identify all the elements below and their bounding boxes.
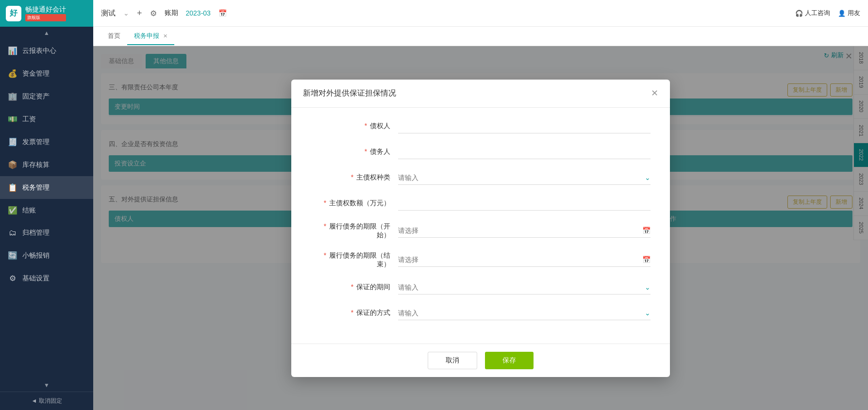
- cloud-reports-icon: 📊: [8, 46, 17, 55]
- company-dropdown-arrow[interactable]: ⌄: [123, 9, 129, 17]
- unpin-sidebar-button[interactable]: ◄ 取消固定: [0, 392, 93, 410]
- content-body: 基础信息 其他信息 三、有限责任公司本年度 复制上年度 新增 变更时间 操作: [93, 46, 868, 410]
- fixed-assets-icon: 🏢: [8, 92, 17, 101]
- creditor-required-mark: *: [365, 122, 367, 130]
- debtor-required-mark: *: [365, 148, 367, 155]
- period-start-required-mark: *: [324, 222, 326, 230]
- guarantee-method-label: * 保证的方式: [311, 309, 398, 317]
- sidebar-item-label: 小畅报销: [22, 251, 50, 260]
- user-button[interactable]: 👤 用友: [838, 9, 860, 17]
- cancel-button[interactable]: 取消: [428, 352, 477, 369]
- guarantee-period-label: * 保证的期间: [311, 283, 398, 292]
- sidebar-item-invoice[interactable]: 🧾 发票管理: [0, 131, 93, 153]
- app-name: 畅捷通好会计: [25, 5, 66, 14]
- settings-icon: ⚙: [8, 274, 17, 283]
- sidebar-item-settings[interactable]: ⚙ 基础设置: [0, 267, 93, 290]
- sidebar-item-salary[interactable]: 💵 工资: [0, 108, 93, 131]
- claim-type-select[interactable]: ⌄: [398, 171, 651, 185]
- sidebar-item-archive[interactable]: 🗂 归档管理: [0, 222, 93, 244]
- finance-icon: 💰: [8, 69, 17, 78]
- sidebar-item-label: 基础设置: [22, 274, 50, 283]
- sidebar-item-label: 资金管理: [22, 69, 50, 78]
- add-button[interactable]: +: [137, 8, 142, 18]
- support-label: 人工咨询: [805, 9, 830, 17]
- form-row-guarantee-method: * 保证的方式 ⌄: [311, 306, 651, 320]
- modal-header: 新增对外提供保证担保情况 ✕: [291, 80, 670, 108]
- claim-amount-input[interactable]: [398, 197, 651, 211]
- tab-home-label: 首页: [108, 32, 120, 39]
- sidebar-item-expense[interactable]: 🔄 小畅报销: [0, 244, 93, 267]
- app-name-block: 畅捷通好会计 旗舰版: [25, 5, 66, 22]
- period-start-input[interactable]: [398, 227, 642, 234]
- guarantee-method-arrow-icon: ⌄: [645, 309, 651, 317]
- period-value: 2023-03: [186, 9, 211, 17]
- sidebar-header: 好 畅捷通好会计 旗舰版: [0, 0, 93, 27]
- salary-icon: 💵: [8, 115, 17, 124]
- creditor-input[interactable]: [398, 119, 651, 133]
- user-icon: 👤: [838, 10, 846, 17]
- sidebar-item-label: 发票管理: [22, 138, 50, 147]
- claim-type-input[interactable]: [398, 174, 645, 181]
- sidebar-item-closing[interactable]: ✅ 结账: [0, 199, 93, 222]
- sidebar-item-label: 固定资产: [22, 92, 50, 101]
- closing-icon: ✅: [8, 206, 17, 215]
- guarantee-method-select[interactable]: ⌄: [398, 306, 651, 320]
- form-row-creditor: * 债权人: [311, 119, 651, 133]
- creditor-label: * 债权人: [311, 122, 398, 131]
- period-start-date[interactable]: 📅: [398, 224, 651, 238]
- save-button[interactable]: 保存: [485, 352, 534, 369]
- sidebar-item-label: 工资: [22, 115, 36, 124]
- period-end-date[interactable]: 📅: [398, 253, 651, 267]
- topbar: 测试 ⌄ + ⚙ 账期 2023-03 📅 🎧 人工咨询 👤 用友: [93, 0, 868, 27]
- form-row-period-end: * 履行债务的期限（结束） 📅: [311, 251, 651, 269]
- gear-button[interactable]: ⚙: [150, 9, 157, 18]
- debtor-input[interactable]: [398, 145, 651, 159]
- period-end-label: * 履行债务的期限（结束）: [311, 251, 398, 269]
- modal-add-guarantee: 新增对外提供保证担保情况 ✕ * 债权人: [291, 80, 670, 377]
- app-edition: 旗舰版: [25, 14, 66, 21]
- period-end-input[interactable]: [398, 256, 642, 263]
- headset-icon: 🎧: [795, 10, 803, 17]
- sidebar: 好 畅捷通好会计 旗舰版 ▲ 📊 云报表中心 💰 资金管理 🏢 固定资产 💵: [0, 0, 93, 410]
- sidebar-item-label: 结账: [22, 206, 36, 215]
- sidebar-item-inventory[interactable]: 📦 库存核算: [0, 153, 93, 176]
- modal-overlay: 新增对外提供保证担保情况 ✕ * 债权人: [93, 46, 868, 410]
- sidebar-scroll-up[interactable]: ▲: [0, 27, 93, 39]
- guarantee-period-required-mark: *: [351, 283, 353, 291]
- sidebar-item-finance[interactable]: 💰 资金管理: [0, 62, 93, 85]
- period-start-label: * 履行债务的期限（开始）: [311, 222, 398, 240]
- archive-icon: 🗂: [8, 229, 17, 237]
- period-end-required-mark: *: [324, 251, 326, 259]
- guarantee-period-select[interactable]: ⌄: [398, 280, 651, 295]
- period-end-calendar-icon: 📅: [642, 256, 651, 263]
- modal-close-button[interactable]: ✕: [651, 89, 658, 98]
- support-button[interactable]: 🎧 人工咨询: [795, 9, 830, 17]
- sidebar-item-label: 云报表中心: [22, 47, 56, 55]
- invoice-icon: 🧾: [8, 137, 17, 147]
- period-start-calendar-icon: 📅: [642, 227, 651, 234]
- guarantee-method-input[interactable]: [398, 309, 645, 317]
- sidebar-item-fixed-assets[interactable]: 🏢 固定资产: [0, 85, 93, 108]
- modal-title: 新增对外提供保证担保情况: [303, 88, 396, 98]
- guarantee-period-arrow-icon: ⌄: [645, 283, 651, 291]
- form-row-period-start: * 履行债务的期限（开始） 📅: [311, 222, 651, 240]
- claim-type-required-mark: *: [351, 173, 353, 181]
- company-name: 测试: [101, 9, 116, 18]
- tab-tax-report[interactable]: 税务申报 ✕: [127, 28, 174, 45]
- guarantee-method-required-mark: *: [351, 309, 353, 316]
- sidebar-item-cloud-reports[interactable]: 📊 云报表中心: [0, 39, 93, 62]
- guarantee-period-input[interactable]: [398, 283, 645, 291]
- sidebar-item-label: 归档管理: [22, 229, 50, 237]
- debtor-label: * 债务人: [311, 148, 398, 156]
- tab-tax-report-close[interactable]: ✕: [163, 33, 167, 39]
- tab-home[interactable]: 首页: [101, 28, 127, 45]
- sidebar-scroll-down[interactable]: ▼: [0, 379, 93, 392]
- calendar-icon[interactable]: 📅: [218, 9, 227, 17]
- period-label: 账期: [165, 9, 178, 17]
- claim-amount-label: * 主债权数额（万元）: [311, 199, 398, 208]
- sidebar-item-tax[interactable]: 📋 税务管理: [0, 176, 93, 199]
- content-tabs: 首页 税务申报 ✕: [93, 27, 868, 46]
- sidebar-item-label: 库存核算: [22, 161, 50, 169]
- modal-body: * 债权人 * 债务人: [291, 108, 670, 344]
- main-area: 测试 ⌄ + ⚙ 账期 2023-03 📅 🎧 人工咨询 👤 用友 首页 税务申…: [93, 0, 868, 410]
